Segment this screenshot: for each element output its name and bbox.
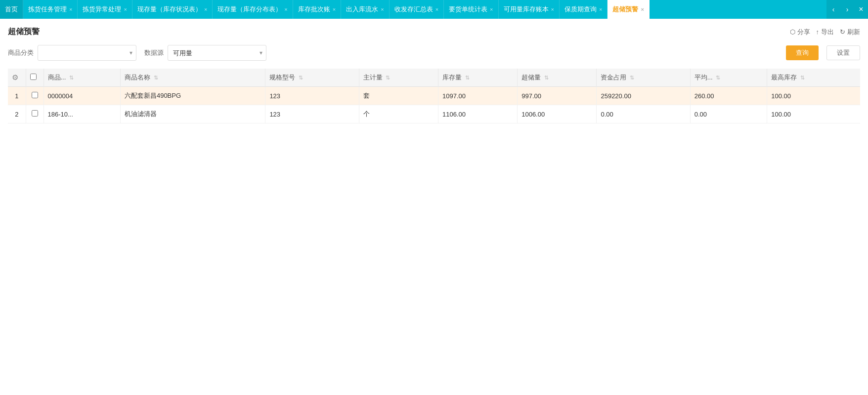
col-label: 最高库存 (771, 74, 797, 81)
nav-item-stock-dist[interactable]: 现存量（库存分布表） × (213, 0, 293, 19)
checkbox-col-header[interactable] (26, 69, 43, 87)
row-checkbox-cell[interactable] (26, 87, 43, 105)
sort-icon: ⇅ (465, 75, 470, 81)
sort-icon: ⇅ (800, 75, 805, 81)
query-button[interactable]: 查询 (786, 45, 819, 60)
settings-icon[interactable]: ⚙ (12, 73, 18, 81)
row-number: 2 (8, 105, 26, 123)
row-number: 1 (8, 87, 26, 105)
cell-capital: 259220.00 (597, 87, 690, 105)
row-checkbox[interactable] (32, 110, 38, 117)
close-icon[interactable]: × (435, 6, 438, 12)
col-header-stock[interactable]: 库存量 ⇅ (438, 69, 517, 87)
settings-button[interactable]: 设置 (826, 45, 860, 60)
data-table: ⚙ 商品... ⇅ 商品名称 ⇅ 规格型号 ⇅ 主计量 (8, 69, 860, 123)
nav-item-label: 首页 (5, 5, 18, 14)
category-select[interactable] (38, 45, 136, 61)
col-header-avg[interactable]: 平均... ⇅ (690, 69, 767, 87)
header-actions: ⬡ 分享 ↑ 导出 ↻ 刷新 (790, 28, 861, 37)
close-icon[interactable]: × (204, 6, 207, 12)
nav-item-label: 库存批次账 (298, 5, 330, 14)
nav-prev-button[interactable]: ‹ (826, 0, 840, 19)
close-icon[interactable]: × (599, 6, 602, 12)
nav-item-flow[interactable]: 出入库流水 × (341, 0, 389, 19)
share-label: 分享 (797, 28, 810, 37)
cell-spec: 123 (265, 87, 359, 105)
col-header-code[interactable]: 商品... ⇅ (43, 69, 120, 87)
nav-next-button[interactable]: › (840, 0, 854, 19)
nav-item-label: 拣货异常处理 (83, 5, 121, 14)
nav-item-batch[interactable]: 库存批次账 × (293, 0, 341, 19)
datasource-select-wrapper: 可用量 库存量 ▾ (168, 45, 266, 61)
col-header-name[interactable]: 商品名称 ⇅ (120, 69, 265, 87)
nav-item-label: 拣货任务管理 (28, 5, 67, 14)
close-icon[interactable]: × (284, 6, 287, 12)
refresh-button[interactable]: ↻ 刷新 (840, 28, 860, 37)
col-header-capital[interactable]: 资金占用 ⇅ (597, 69, 690, 87)
export-label: 导出 (821, 28, 834, 37)
cell-avg: 0.00 (690, 105, 767, 123)
col-header-spec[interactable]: 规格型号 ⇅ (265, 69, 359, 87)
cell-max-stock: 100.00 (767, 87, 860, 105)
page-title: 超储预警 (8, 27, 40, 37)
close-icon[interactable]: × (641, 6, 644, 12)
share-button[interactable]: ⬡ 分享 (790, 28, 810, 37)
export-button[interactable]: ↑ 导出 (816, 28, 834, 37)
export-icon: ↑ (816, 28, 820, 36)
nav-item-home[interactable]: 首页 (0, 0, 23, 19)
col-header-unit[interactable]: 主计量 ⇅ (359, 69, 438, 87)
col-label: 商品名称 (125, 74, 150, 81)
sort-icon: ⇅ (154, 75, 158, 81)
datasource-select[interactable]: 可用量 库存量 (168, 45, 266, 61)
nav-item-task[interactable]: 拣货任务管理 × (23, 0, 78, 19)
close-icon[interactable]: × (69, 6, 72, 12)
cell-overstock: 997.00 (518, 87, 597, 105)
nav-item-abnormal[interactable]: 拣货异常处理 × (78, 0, 132, 19)
col-label: 资金占用 (601, 74, 626, 81)
cell-code: 186-10... (43, 105, 120, 123)
nav-item-label: 现存量（库存状况表） (137, 5, 202, 14)
cell-name: 六配套新昌490BPG (120, 87, 265, 105)
nav-close-all-button[interactable]: × (854, 0, 868, 19)
cell-stock: 1097.00 (438, 87, 517, 105)
cell-avg: 260.00 (690, 87, 767, 105)
nav-item-summary[interactable]: 收发存汇总表 × (390, 0, 444, 19)
refresh-label: 刷新 (847, 28, 860, 37)
col-label: 库存量 (442, 74, 462, 81)
cell-code: 0000004 (43, 87, 120, 105)
close-icon[interactable]: × (490, 6, 493, 12)
col-label: 商品... (48, 74, 66, 81)
close-icon[interactable]: × (381, 6, 384, 12)
close-icon[interactable]: × (551, 6, 554, 12)
cell-capital: 0.00 (597, 105, 690, 123)
nav-arrows: ‹ › × (826, 0, 868, 19)
page-header: 超储预警 ⬡ 分享 ↑ 导出 ↻ 刷新 (8, 27, 860, 37)
nav-item-stock-status[interactable]: 现存量（库存状况表） × (132, 0, 213, 19)
close-icon[interactable]: × (124, 6, 127, 12)
nav-item-expiry[interactable]: 保质期查询 × (560, 0, 608, 19)
table-header-row: ⚙ 商品... ⇅ 商品名称 ⇅ 规格型号 ⇅ 主计量 (8, 69, 860, 87)
gear-col-header[interactable]: ⚙ (8, 69, 26, 87)
row-checkbox[interactable] (32, 92, 38, 98)
col-header-overstock[interactable]: 超储量 ⇅ (518, 69, 597, 87)
filter-row: 商品分类 ▾ 数据源 可用量 库存量 ▾ 查询 设置 (8, 45, 860, 61)
nav-item-order-stat[interactable]: 要货单统计表 × (444, 0, 498, 19)
col-label: 超储量 (521, 74, 541, 81)
nav-item-overstock[interactable]: 超储预警 × (608, 0, 649, 19)
sort-icon: ⇅ (630, 75, 634, 81)
row-checkbox-cell[interactable] (26, 105, 43, 123)
select-all-checkbox[interactable] (30, 74, 37, 80)
nav-item-label: 出入库流水 (346, 5, 378, 14)
cell-spec: 123 (265, 105, 359, 123)
cell-stock: 1106.00 (438, 105, 517, 123)
sort-icon: ⇅ (386, 75, 390, 81)
nav-bar: 首页 拣货任务管理 × 拣货异常处理 × 现存量（库存状况表） × 现存量（库存… (0, 0, 868, 19)
cell-name: 机油滤清器 (120, 105, 265, 123)
sort-icon: ⇅ (299, 75, 303, 81)
col-header-max-stock[interactable]: 最高库存 ⇅ (767, 69, 860, 87)
close-icon[interactable]: × (333, 6, 336, 12)
col-label: 主计量 (363, 74, 383, 81)
nav-item-label: 保质期查询 (564, 5, 597, 14)
main-content: 超储预警 ⬡ 分享 ↑ 导出 ↻ 刷新 商品分类 ▾ (0, 19, 868, 395)
nav-item-usable[interactable]: 可用量库存账本 × (499, 0, 560, 19)
